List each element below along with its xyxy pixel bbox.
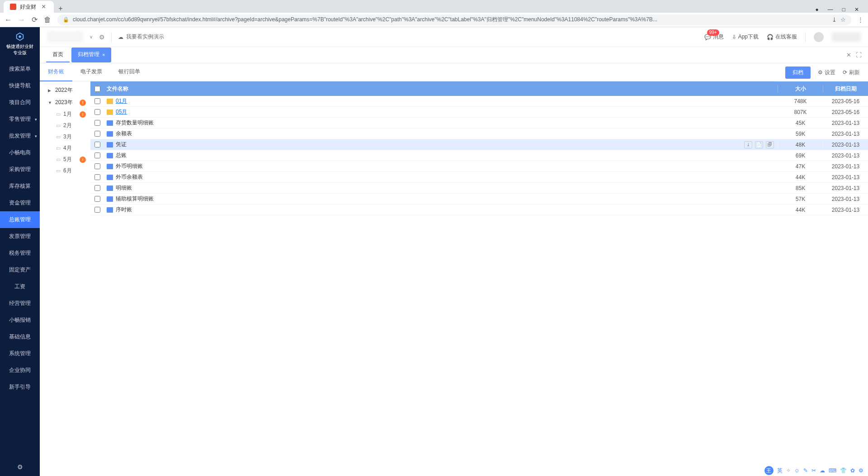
tree-month[interactable]: ▭2月 [40,120,90,131]
reload-icon[interactable]: ⟳ [32,15,38,24]
select-all-checkbox[interactable] [94,86,100,92]
url-bar[interactable]: 🔒 cloud.chanjet.com/cc/u6d89qwnryel/57bf… [57,14,851,25]
sidebar-item-10[interactable]: 发票管理 [0,228,40,245]
action-icon[interactable]: 🗐 [766,141,774,148]
settings-link[interactable]: ⚙设置 [818,69,835,76]
subtab-2[interactable]: 银行回单 [110,63,148,81]
app-download-button[interactable]: ⇩ App下载 [732,33,759,41]
nav-back-icon[interactable]: ← [5,16,12,24]
table-row[interactable]: 存货数量明细账45K2023-01-13 [90,118,868,129]
sidebar-item-16[interactable]: 基础信息 [0,328,40,345]
sidebar-item-8[interactable]: 资金管理 [0,195,40,211]
tabs-close-all-icon[interactable]: ✕ [846,52,851,58]
row-checkbox[interactable] [94,109,100,115]
tab-archive[interactable]: 归档管理 × [71,48,111,62]
tree-year[interactable]: ▶2022年 [40,84,90,96]
sidebar-item-5[interactable]: 小畅电商 [0,144,40,161]
close-tab-icon[interactable]: × [40,3,47,11]
window-maximize-button[interactable]: □ [842,6,845,13]
subtab-1[interactable]: 电子发票 [72,63,110,81]
ime-icon[interactable]: 王 [764,466,774,475]
file-link[interactable]: 01月 [116,97,127,105]
tree-year[interactable]: ▼2023年! [40,96,90,109]
chevron-down-icon[interactable]: ∨ [90,34,93,39]
sidebar-item-3[interactable]: 零售管理▾ [0,111,40,128]
row-checkbox[interactable] [94,196,100,202]
table-row[interactable]: 明细账85K2023-01-13 [90,183,868,194]
row-checkbox[interactable] [94,174,100,180]
tray-icon[interactable]: ✎ [803,467,808,474]
avatar[interactable] [814,32,824,42]
sidebar-settings-icon[interactable]: ⚙ [0,458,40,476]
tray-icon[interactable]: ✧ [786,467,791,474]
support-button[interactable]: 🎧 在线客服 [767,33,797,41]
close-icon[interactable]: × [102,52,105,57]
row-checkbox[interactable] [94,142,100,148]
demo-link[interactable]: ☁ 我要看实例演示 [118,33,164,41]
window-dot-icon[interactable]: ● [816,6,819,13]
nav-forward-icon[interactable]: → [18,16,25,24]
row-checkbox[interactable] [94,185,100,191]
table-row[interactable]: 05月807K2023-05-16 [90,107,868,118]
sidebar-item-12[interactable]: 固定资产 [0,262,40,278]
sidebar-item-9[interactable]: 总账管理 [0,211,40,228]
sidebar-item-18[interactable]: 企业协同 [0,362,40,379]
sidebar-item-19[interactable]: 新手引导 [0,379,40,395]
tab-home[interactable]: 首页 [46,48,70,62]
tree-month[interactable]: ▭1月! [40,109,90,120]
row-checkbox[interactable] [94,163,100,169]
tray-icon[interactable]: 👕 [840,467,847,474]
table-row[interactable]: 外币余额表44K2023-01-13 [90,172,868,183]
tree-month[interactable]: ▭4月 [40,143,90,154]
row-checkbox[interactable] [94,98,100,104]
row-checkbox[interactable] [94,152,100,158]
row-checkbox[interactable] [94,131,100,137]
messages-button[interactable]: 99+ 💬 消息 [704,33,724,41]
row-checkbox[interactable] [94,120,100,126]
sidebar-item-4[interactable]: 批发管理▾ [0,128,40,144]
sidebar-item-2[interactable]: 项目合同 [0,94,40,111]
tray-icon[interactable]: ⚙ [859,467,863,474]
install-icon[interactable]: ⤓ [832,16,837,23]
trash-icon[interactable]: 🗑 [44,16,51,24]
tree-month[interactable]: ▭5月! [40,154,90,165]
action-icon[interactable]: 📄 [755,141,763,148]
browser-tab[interactable]: 好业财 × [4,1,54,13]
tree-month[interactable]: ▭3月 [40,131,90,143]
table-row[interactable]: 余额表59K2023-01-13 [90,129,868,139]
sidebar-item-11[interactable]: 税务管理 [0,245,40,262]
table-row[interactable]: 序时账44K2023-01-13 [90,205,868,215]
archive-button[interactable]: 归档 [785,67,811,79]
sidebar-item-6[interactable]: 采购管理 [0,161,40,178]
user-name[interactable] [832,32,861,42]
action-icon[interactable]: ⤓ [744,141,752,148]
table-row[interactable]: 凭证⤓📄🗐48K2023-01-13 [90,139,868,150]
file-link[interactable]: 05月 [116,108,127,116]
table-row[interactable]: 辅助核算明细账57K2023-01-13 [90,194,868,205]
table-row[interactable]: 01月748K2023-05-16 [90,96,868,107]
sidebar-item-7[interactable]: 库存核算 [0,178,40,195]
new-tab-button[interactable]: + [58,5,62,13]
browser-menu-icon[interactable]: ⋮ [858,16,863,23]
tray-icon[interactable]: ✂ [811,467,816,474]
gear-icon[interactable]: ⚙ [99,33,105,41]
org-selector[interactable] [47,31,83,43]
tree-month[interactable]: ▭6月 [40,165,90,176]
tray-icon[interactable]: ☺ [794,467,800,474]
sidebar-item-1[interactable]: 快捷导航 [0,77,40,94]
row-checkbox[interactable] [94,207,100,213]
sidebar-item-0[interactable]: 搜索菜单 [0,61,40,77]
tray-icon[interactable]: ✿ [850,467,855,474]
tray-icon[interactable]: ☁ [820,467,825,474]
sidebar-item-17[interactable]: 系统管理 [0,345,40,362]
sidebar-item-14[interactable]: 经营管理 [0,295,40,312]
fullscreen-icon[interactable]: ⛶ [856,52,862,58]
subtab-0[interactable]: 财务账 [40,63,72,81]
star-icon[interactable]: ☆ [840,16,846,23]
tray-icon[interactable]: ⌨ [829,467,836,474]
sidebar-item-13[interactable]: 工资 [0,278,40,295]
window-close-button[interactable]: ✕ [854,6,859,13]
refresh-link[interactable]: ⟳刷新 [843,69,860,76]
table-row[interactable]: 外币明细账47K2023-01-13 [90,161,868,172]
sidebar-item-15[interactable]: 小畅报销 [0,312,40,328]
